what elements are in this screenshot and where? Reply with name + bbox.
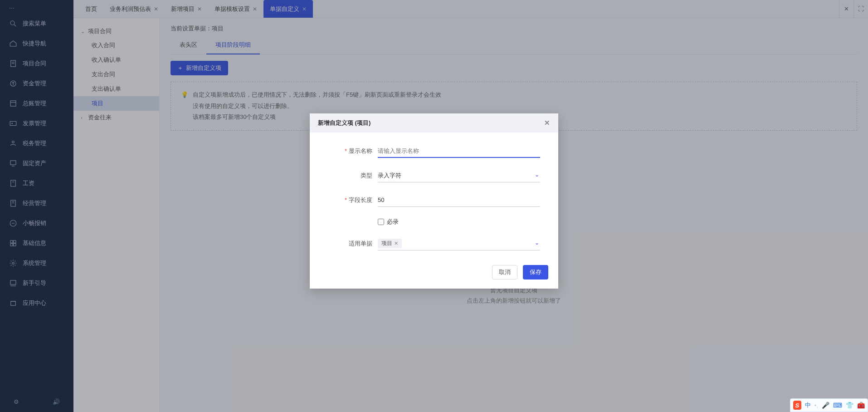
row-mandatory: 必录 xyxy=(328,218,540,226)
dialog-footer: 取消 保存 xyxy=(310,265,558,289)
label-display-name: *显示名称 xyxy=(328,147,378,155)
button-label: 取消 xyxy=(499,268,511,276)
control-type[interactable]: ⌄ xyxy=(378,169,540,182)
apply-doc-tag: 项目 ✕ xyxy=(378,239,402,248)
dialog-header: 新增自定义项 (项目) ✕ xyxy=(310,113,558,132)
length-input[interactable] xyxy=(378,193,540,207)
row-apply-doc: 适用单据 项目 ✕ ⌄ xyxy=(328,237,540,250)
save-button[interactable]: 保存 xyxy=(523,265,548,280)
label-type: 类型 xyxy=(328,172,378,180)
dialog-title: 新增自定义项 (项目) xyxy=(318,119,371,127)
mic-icon[interactable]: 🎤 xyxy=(822,402,829,409)
sogou-logo-icon: S xyxy=(793,401,801,410)
ime-separator: •, xyxy=(814,402,818,409)
row-type: 类型 ⌄ xyxy=(328,169,540,182)
control-length xyxy=(378,193,540,207)
label-apply-doc: 适用单据 xyxy=(328,240,378,248)
row-length: *字段长度 xyxy=(328,193,540,207)
ime-toolbar[interactable]: S 中 •, 🎤 ⌨ 👕 🧰 xyxy=(790,398,868,412)
label-length: *字段长度 xyxy=(328,196,378,204)
dialog-close-button[interactable]: ✕ xyxy=(544,119,550,127)
control-apply-doc[interactable]: 项目 ✕ ⌄ xyxy=(378,237,540,250)
control-display-name xyxy=(378,144,540,158)
chevron-down-icon: ⌄ xyxy=(535,240,539,246)
ime-language[interactable]: 中 xyxy=(805,401,811,409)
display-name-input[interactable] xyxy=(378,144,540,158)
keyboard-icon[interactable]: ⌨ xyxy=(833,402,842,409)
cancel-button[interactable]: 取消 xyxy=(492,265,517,280)
mandatory-checkbox[interactable] xyxy=(378,219,384,225)
type-select[interactable] xyxy=(378,169,540,182)
dialog-body: *显示名称 类型 ⌄ *字段长度 xyxy=(310,132,558,265)
row-display-name: *显示名称 xyxy=(328,144,540,158)
custom-field-dialog: 新增自定义项 (项目) ✕ *显示名称 类型 ⌄ *字段长度 xyxy=(310,113,558,289)
skin-icon[interactable]: 👕 xyxy=(846,402,853,409)
toolbox-icon[interactable]: 🧰 xyxy=(857,402,865,409)
tag-remove-icon[interactable]: ✕ xyxy=(394,240,398,246)
tag-label: 项目 xyxy=(381,240,392,247)
mandatory-label: 必录 xyxy=(387,218,399,226)
button-label: 保存 xyxy=(530,268,541,276)
control-mandatory: 必录 xyxy=(378,218,540,226)
